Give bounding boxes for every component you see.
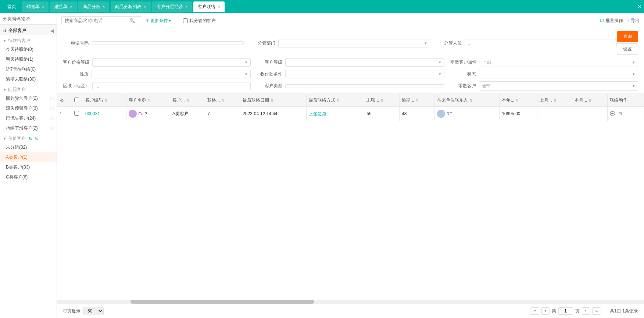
page-size-select[interactable]: 50 100 200 [83, 307, 104, 315]
close-sales-tab[interactable]: × [42, 4, 44, 9]
h-scrollbar-thumb[interactable] [130, 300, 314, 304]
cell-check [72, 107, 83, 121]
sidebar-item-abnormal-repurchase[interactable]: 回购异常客户(2) ⓘ [0, 93, 57, 103]
filter-row-4: 区域（地区） ... 客户类型 零散客户 全部▾ [63, 81, 638, 91]
cell-this-month [572, 107, 608, 121]
page-input[interactable] [558, 307, 573, 315]
filter-customer-level: 客户等级 ▾ [257, 58, 444, 67]
customer-type-input[interactable] [285, 84, 444, 88]
query-button[interactable]: 查询 [617, 31, 638, 42]
row-checkbox[interactable] [74, 111, 79, 116]
arrow-icon-3: ▼ [3, 137, 7, 141]
last-page-button[interactable]: » [592, 307, 601, 315]
main-search-input[interactable] [65, 18, 127, 23]
sort-icon-last-date[interactable]: ⇅ [271, 98, 273, 102]
sort-icon-overdue[interactable]: ⇅ [416, 98, 419, 102]
phone-input[interactable] [92, 41, 244, 45]
sidebar-item-class-b[interactable]: B类客户(33) [0, 162, 57, 172]
main-search-icon[interactable]: 🔍 [129, 18, 135, 23]
nav-tab-customer-tier[interactable]: 客户分层经营 × [152, 1, 192, 12]
sidebar-item-class-c[interactable]: C类客户(6) [0, 172, 57, 182]
sort-icon-this-year[interactable]: ⇅ [516, 98, 519, 102]
retail-attr-input[interactable]: 全部▾ [480, 58, 638, 67]
grid-action-icon[interactable]: ⊞ [618, 111, 622, 116]
select-all-checkbox[interactable] [74, 98, 79, 102]
sort-icon-name[interactable]: ⇅ [148, 98, 151, 102]
sidebar-item-today-contact[interactable]: 今天待联络(0) [0, 45, 57, 54]
edit-icon[interactable]: ✎ [35, 136, 38, 141]
cell-code[interactable]: 000031 [83, 107, 126, 121]
dept-input[interactable]: ▾ [278, 39, 430, 47]
retail-customer-input[interactable]: 全部▾ [479, 81, 638, 91]
sidebar-item-declining[interactable]: 持续下滑客户(2) ⓘ [0, 123, 57, 133]
nav-tab-home[interactable]: 首页 [3, 1, 21, 12]
sort-icon-no-contact[interactable]: ⇅ [380, 98, 383, 102]
close-customer-contact-tab[interactable]: × [218, 4, 220, 9]
close-purchase-tab[interactable]: × [70, 4, 72, 9]
sort-icon-last-method[interactable]: ⇅ [337, 98, 340, 102]
sort-icon-unit-contact[interactable]: ⇅ [469, 98, 472, 102]
sidebar-search-input[interactable] [3, 16, 57, 21]
last-method-link[interactable]: 下销货单 [309, 111, 326, 116]
sort-icon-contact[interactable]: ⇅ [221, 98, 224, 102]
region-input[interactable]: ... [92, 82, 251, 90]
close-analysis-list-tab[interactable]: × [144, 4, 146, 9]
more-conditions-button[interactable]: ▼ 更多条件 ▾ [145, 18, 171, 24]
settings-button[interactable]: 设置 [617, 43, 638, 55]
filter-status: 状态 ▾ [450, 70, 638, 78]
sidebar-item-class-a[interactable]: A类客户(1) [0, 152, 57, 162]
cell-unit-contact: RE . [434, 107, 500, 121]
gear-button[interactable]: ⚙ [60, 98, 64, 103]
sidebar-item-unclassified[interactable]: 未分组(32) [0, 142, 57, 152]
payment-input[interactable]: ▾ [285, 70, 444, 78]
filter-retail-customer: 零散客户 全部▾ [450, 81, 638, 91]
collapse-icon[interactable]: ◀ [50, 28, 54, 33]
cell-seq: 1 [57, 107, 72, 121]
nav-tab-analysis[interactable]: 商品分析 × [78, 1, 109, 12]
price-level-input[interactable]: ▾ [92, 58, 251, 67]
refresh-icon[interactable]: ↻ [29, 136, 32, 141]
cell-name: Ea ? [126, 107, 170, 121]
pending-contact-group: ▼ 待联络客户 [0, 35, 57, 45]
sidebar-item-7day-contact[interactable]: 近7天待联络(0) [0, 64, 57, 74]
prev-page-button[interactable]: ‹ [541, 307, 550, 315]
page-nav: « ‹ 第 页 › » [530, 307, 601, 315]
chat-icon[interactable]: 💬 [610, 111, 615, 116]
nav-tab-customer-contact[interactable]: 客户联络 × [193, 1, 224, 12]
my-customers-check[interactable] [183, 18, 188, 23]
nav-tab-analysis-list[interactable]: 商品分析列表 × [111, 1, 150, 12]
nature-input[interactable]: ▾ [92, 70, 251, 78]
content-area: 🔍 ▼ 更多条件 ▾ 我分管的客户 ☑ 批量操作 ↑ 导出 [57, 13, 644, 318]
close-customer-tier-tab[interactable]: × [185, 4, 187, 9]
filter-bar: 🔍 ▼ 更多条件 ▾ 我分管的客户 ☑ 批量操作 ↑ 导出 [57, 13, 644, 28]
sidebar-item-overdue-contact[interactable]: 逾期未联络(30) [0, 74, 57, 84]
table-scroll-container[interactable]: ⚙ 客户编码 ⇅ [57, 94, 644, 300]
first-page-button[interactable]: « [530, 307, 539, 315]
nav-tab-purchase[interactable]: 进货单 × [50, 1, 76, 12]
close-all-button[interactable]: × [638, 3, 641, 10]
sort-icon-last-month[interactable]: ⇅ [554, 98, 557, 102]
sort-icon-code[interactable]: ⇅ [104, 98, 107, 102]
nav-tab-sales[interactable]: 销售单 × [22, 1, 49, 12]
status-input[interactable]: ▾ [479, 70, 638, 78]
top-nav: 首页 销售单 × 进货单 × 商品分析 × 商品分析列表 × 客户分层经营 × … [0, 0, 644, 13]
sidebar-search-bar: 🔍 [0, 13, 57, 25]
sort-icon-this-month[interactable]: ⇅ [588, 98, 591, 102]
search-input-container: 🔍 [61, 16, 142, 25]
sidebar-item-churn-warning[interactable]: 流失预警客户(3) ⓘ [0, 103, 57, 113]
export-button[interactable]: ↑ 导出 [627, 18, 640, 24]
next-page-button[interactable]: › [582, 307, 590, 315]
all-customers-header[interactable]: ⠿ 全部客户 ◀ [0, 25, 57, 35]
th-last-method: 最后联络方式 ⇅ [307, 94, 364, 107]
manager-input[interactable]: ... [465, 39, 617, 47]
bulk-ops-button[interactable]: ☑ 批量操作 [600, 18, 623, 24]
close-analysis-tab[interactable]: × [103, 4, 105, 9]
filter-region: 区域（地区） ... [63, 82, 251, 90]
customer-level-input[interactable]: ▾ [285, 58, 444, 67]
sidebar-item-tomorrow-contact[interactable]: 明天待联络(1) [0, 54, 57, 64]
cell-last-date: 2023-04-12 14:44: [240, 107, 307, 121]
my-customers-checkbox[interactable]: 我分管的客户 [183, 18, 216, 24]
sort-icon-type[interactable]: ⇅ [186, 98, 189, 102]
sidebar-item-churned[interactable]: 已流失客户(24) ⓘ [0, 113, 57, 123]
th-this-year: 本年... ⇅ [500, 94, 537, 107]
